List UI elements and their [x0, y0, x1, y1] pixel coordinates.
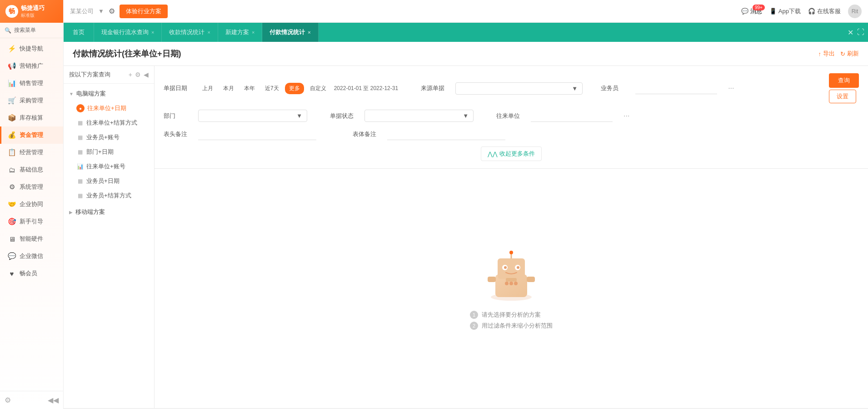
- desktop-arrow-icon: ▼: [69, 91, 74, 96]
- topbar-gear-icon[interactable]: ⚙: [109, 7, 115, 15]
- hint-text-2: 用过滤条件来缩小分析范围: [482, 322, 553, 330]
- app-download-btn[interactable]: 📱 App下载: [769, 7, 801, 15]
- sidebar-item-inventory[interactable]: 📦 库存核算: [0, 109, 63, 126]
- tab-receiptstats-close-icon[interactable]: ×: [207, 30, 210, 35]
- sidebar-item-label: 企业微信: [20, 252, 43, 260]
- sidebar-item-operation[interactable]: 📋 经营管理: [0, 144, 63, 161]
- counterpart-input[interactable]: [531, 110, 613, 122]
- scheme-settings-icon[interactable]: ⚙: [135, 71, 141, 78]
- collapse-row: ⋀⋀ 收起更多条件: [164, 146, 859, 161]
- scheme-item-staff-settlement[interactable]: ▦ 业务员+结算方式: [64, 188, 154, 203]
- counterpart-input-more-icon[interactable]: ···: [624, 112, 629, 120]
- sidebar-item-baseinfo[interactable]: 🗂 基础信息: [0, 161, 63, 178]
- tab-bankflow-close-icon[interactable]: ×: [151, 30, 154, 35]
- collapse-scheme-icon[interactable]: ◀: [144, 71, 149, 78]
- trial-btn[interactable]: 体验行业方案: [120, 5, 168, 18]
- source-filter-label: 来源单据: [421, 84, 446, 92]
- tab-home[interactable]: 首页: [64, 23, 94, 42]
- scheme-header-label: 按以下方案查询: [69, 71, 110, 79]
- date-option-custom[interactable]: 自定义: [306, 83, 330, 94]
- counterpart-filter-label: 往来单位: [496, 112, 522, 120]
- robot-svg: [479, 247, 543, 302]
- dept-select[interactable]: ▼: [198, 110, 307, 122]
- online-service-btn[interactable]: 🎧 在线客服: [808, 7, 841, 15]
- filter-row-3: 表头备注 表体备注: [164, 128, 859, 140]
- sidebar-item-member[interactable]: ♥ 畅会员: [0, 265, 63, 282]
- scheme-item-dept-date[interactable]: ▦ 部门+日期: [64, 145, 154, 159]
- sidebar-item-purchase[interactable]: 🛒 采购管理: [0, 92, 63, 109]
- scheme-item-counterpart-account[interactable]: 📊 往来单位+账号: [64, 159, 154, 174]
- export-btn[interactable]: ↑ 导出: [818, 50, 835, 58]
- collapse-more-btn[interactable]: ⋀⋀ 收起更多条件: [481, 146, 542, 161]
- sidebar-item-hardware[interactable]: 🖥 智能硬件: [0, 230, 63, 247]
- sidebar-item-wechat[interactable]: 💬 企业微信: [0, 247, 63, 265]
- sidebar-item-collab[interactable]: 🤝 企业协同: [0, 196, 63, 213]
- sidebar-item-sales[interactable]: 📊 销售管理: [0, 75, 63, 92]
- topbar-dropdown-icon[interactable]: ▼: [98, 8, 104, 15]
- date-option-more[interactable]: 更多: [285, 83, 304, 94]
- messages-btn[interactable]: 💬 消息 99+: [741, 7, 762, 15]
- tab-receiptstats[interactable]: 收款情况统计 ×: [162, 23, 218, 42]
- inventory-icon: 📦: [8, 114, 16, 122]
- sidebar-item-label: 库存核算: [20, 114, 43, 122]
- filter-row-2: 部门 ▼ 单据状态 ▼ 往来单位 ···: [164, 110, 859, 122]
- filter-main-area: 单据日期 上月 本月 本年 近7天 更多 自定义 2022-01-01 至 20…: [155, 66, 868, 169]
- hardware-icon: 🖥: [8, 235, 16, 243]
- settings-icon[interactable]: ⚙: [5, 396, 11, 404]
- scheme-panel: 按以下方案查询 + ⚙ ◀ ▼ 电脑端方案 ●: [64, 66, 155, 408]
- tab-bankflow-label: 现金银行流水查询: [101, 28, 149, 36]
- status-select[interactable]: ▼: [364, 110, 474, 122]
- tab-bankflow[interactable]: 现金银行流水查询 ×: [94, 23, 162, 42]
- svg-rect-12: [527, 277, 535, 282]
- query-btn[interactable]: 查询: [829, 73, 859, 88]
- date-option-lastmonth[interactable]: 上月: [198, 83, 217, 94]
- add-scheme-icon[interactable]: +: [129, 71, 132, 78]
- scheme-item-label: 往来单位+结算方式: [86, 119, 137, 127]
- messages-badge: 99+: [753, 5, 765, 10]
- maximize-icon[interactable]: ⛶: [857, 28, 864, 36]
- staff-input[interactable]: [635, 82, 717, 94]
- search-menu-item[interactable]: 🔍 搜索菜单: [0, 23, 63, 38]
- scheme-category-desktop[interactable]: ▼ 电脑端方案: [64, 86, 154, 101]
- close-all-tabs-icon[interactable]: ✕: [848, 28, 853, 37]
- sidebar-item-label: 智能硬件: [20, 235, 43, 243]
- sidebar-item-guide[interactable]: 🎯 新手引导: [0, 213, 63, 230]
- scheme-item-counterpart-date[interactable]: ● 往来单位+日期: [64, 101, 154, 116]
- staff-input-more-icon[interactable]: ···: [728, 84, 734, 92]
- scheme-item-staff-account[interactable]: ▦ 业务员+账号: [64, 130, 154, 145]
- collapse-up-icon: ⋀⋀: [488, 151, 498, 157]
- date-option-7days[interactable]: 近7天: [261, 83, 283, 94]
- scheme-table3-icon: ▦: [76, 148, 84, 156]
- scheme-table-icon: ▦: [76, 119, 84, 126]
- date-option-thismonth[interactable]: 本月: [219, 83, 238, 94]
- date-range-text: 2022-01-01 至 2022-12-31: [334, 85, 398, 92]
- scheme-category-mobile[interactable]: ▶ 移动端方案: [64, 205, 154, 219]
- user-avatar[interactable]: Rit: [848, 5, 862, 18]
- body-note-input[interactable]: [387, 128, 505, 140]
- header-note-input[interactable]: [198, 128, 316, 140]
- main-area: 某某公司 ▼ ⚙ 体验行业方案 💬 消息 99+ 📱 App下载 🎧 在线客服 …: [64, 0, 868, 409]
- sidebar-item-funds[interactable]: 💰 资金管理: [0, 126, 63, 144]
- sidebar-item-system[interactable]: ⚙ 系统管理: [0, 178, 63, 196]
- sidebar-item-quicknav[interactable]: ⚡ 快捷导航: [0, 40, 63, 57]
- tab-newplan-close-icon[interactable]: ×: [252, 30, 254, 35]
- sidebar-item-marketing[interactable]: 📢 营销推广: [0, 57, 63, 75]
- sidebar-version: 标准版: [21, 12, 45, 19]
- scheme-header-actions: + ⚙ ◀: [129, 71, 149, 78]
- source-select[interactable]: ▼: [455, 82, 583, 95]
- tab-paymentstats-label: 付款情况统计: [269, 28, 305, 36]
- tab-paymentstats[interactable]: 付款情况统计 ×: [262, 23, 318, 42]
- refresh-icon: ↻: [840, 50, 845, 57]
- scheme-item-counterpart-settlement[interactable]: ▦ 往来单位+结算方式: [64, 116, 154, 130]
- tab-newplan[interactable]: 新建方案 ×: [218, 23, 262, 42]
- svg-point-14: [509, 282, 513, 285]
- filter-settings-btn[interactable]: 设置: [829, 90, 856, 103]
- date-option-thisyear[interactable]: 本年: [240, 83, 259, 94]
- tab-paymentstats-close-icon[interactable]: ×: [308, 30, 310, 35]
- svg-point-13: [505, 282, 509, 285]
- refresh-btn[interactable]: ↻ 刷新: [840, 50, 859, 58]
- baseinfo-icon: 🗂: [8, 166, 16, 174]
- scheme-item-staff-date[interactable]: ▦ 业务员+日期: [64, 174, 154, 188]
- collapse-sidebar-icon[interactable]: ◀◀: [48, 396, 59, 404]
- filter-row-1: 单据日期 上月 本月 本年 近7天 更多 自定义 2022-01-01 至 20…: [164, 73, 859, 103]
